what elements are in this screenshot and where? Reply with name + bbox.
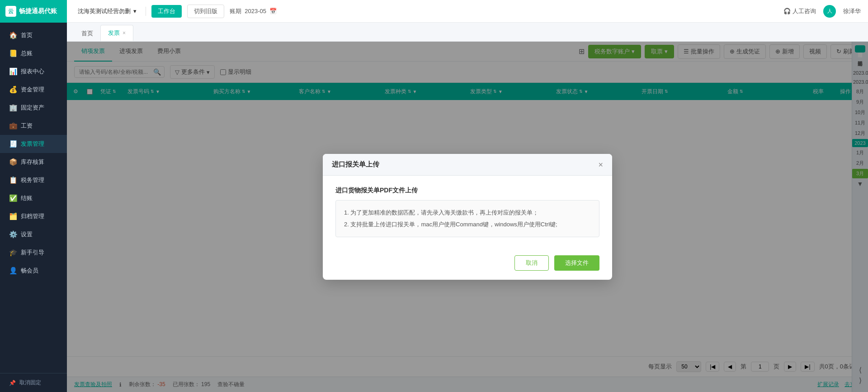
archive-icon: 🗂️ bbox=[9, 212, 16, 220]
salary-icon: 💼 bbox=[9, 122, 16, 130]
dialog-confirm-button[interactable]: 选择文件 bbox=[554, 255, 599, 271]
inventory-icon: 📦 bbox=[9, 158, 16, 166]
dialog-info-item-2: 2. 支持批量上传进口报关单，mac用户使用Command键，windows用户… bbox=[344, 219, 591, 230]
sidebar-item-salary[interactable]: 💼 工资 bbox=[0, 117, 67, 135]
pin-icon: 📌 bbox=[9, 380, 16, 386]
tab-invoice[interactable]: 发票 × bbox=[100, 25, 133, 41]
logo-icon: 云 bbox=[5, 6, 16, 17]
tabbar: 首页 发票 × bbox=[67, 23, 868, 42]
service-btn[interactable]: 🎧 人工咨询 bbox=[783, 7, 816, 15]
sidebar-item-guide[interactable]: 🎓 新手引导 bbox=[0, 244, 67, 262]
sidebar-item-label: 工资 bbox=[21, 122, 33, 130]
guide-icon: 🎓 bbox=[9, 249, 16, 257]
switch-version-button[interactable]: 切到旧版 bbox=[187, 5, 224, 18]
sidebar-item-settings[interactable]: ⚙️ 设置 bbox=[0, 225, 67, 244]
sidebar-item-assets[interactable]: 🏢 固定资产 bbox=[0, 99, 67, 117]
company-name: 沈海英测试经营勿删 bbox=[78, 7, 131, 15]
sidebar-item-settle[interactable]: ✅ 结账 bbox=[0, 189, 67, 207]
sidebar-item-label: 首页 bbox=[21, 31, 33, 39]
sidebar-item-label: 发票管理 bbox=[21, 140, 44, 148]
dialog-upload-title: 进口货物报关单PDF文件上传 bbox=[335, 186, 599, 195]
dialog-info-item-1: 1. 为了更加精准的数据匹配，请先录入海关缴款书，再上传对应的报关单； bbox=[344, 207, 591, 219]
topbar-right: 🎧 人工咨询 人 徐泽华 bbox=[783, 5, 861, 18]
sidebar-item-label: 畅会员 bbox=[21, 267, 38, 275]
sidebar-item-label: 固定资产 bbox=[21, 104, 44, 112]
sidebar-item-label: 归档管理 bbox=[21, 212, 44, 220]
settings-icon: ⚙️ bbox=[9, 230, 16, 239]
dialog-header: 进口报关单上传 × bbox=[323, 154, 612, 176]
sidebar-item-label: 结账 bbox=[21, 194, 33, 202]
dialog-body: 进口货物报关单PDF文件上传 1. 为了更加精准的数据匹配，请先录入海关缴款书，… bbox=[323, 176, 612, 248]
home-icon: 🏠 bbox=[9, 31, 16, 39]
sidebar-item-funds[interactable]: 💰 资金管理 bbox=[0, 81, 67, 99]
sidebar-item-member[interactable]: 👤 畅会员 bbox=[0, 262, 67, 280]
tab-close-icon[interactable]: × bbox=[123, 30, 126, 36]
sidebar-item-label: 总账 bbox=[21, 49, 33, 57]
service-label: 人工咨询 bbox=[793, 7, 816, 15]
sidebar-item-label: 新手引导 bbox=[21, 249, 44, 257]
tab-invoice-label: 发票 bbox=[108, 29, 120, 37]
content-area: 销项发票 进项发票 费用小票 ⊞ 税务数字账户 ▾ 取票 ▾ bbox=[67, 42, 868, 392]
sidebar-item-tax[interactable]: 📋 税务管理 bbox=[0, 171, 67, 189]
funds-icon: 💰 bbox=[9, 86, 16, 94]
sidebar: 云 畅捷通易代账 🏠 首页 📒 总账 📊 报表中心 💰 资金管理 🏢 固定资产 … bbox=[0, 0, 67, 392]
dialog-cancel-button[interactable]: 取消 bbox=[514, 255, 549, 271]
sidebar-nav: 🏠 首页 📒 总账 📊 报表中心 💰 资金管理 🏢 固定资产 💼 工资 🧾 发票… bbox=[0, 23, 67, 373]
app-name: 畅捷通易代账 bbox=[19, 7, 57, 15]
sidebar-item-label: 设置 bbox=[21, 230, 33, 239]
sidebar-item-label: 税务管理 bbox=[21, 176, 44, 184]
ledger-icon: 📒 bbox=[9, 49, 16, 57]
company-selector[interactable]: 沈海英测试经营勿删 ▾ bbox=[74, 5, 140, 17]
member-icon: 👤 bbox=[9, 267, 16, 275]
dialog-title: 进口报关单上传 bbox=[332, 160, 379, 169]
dialog-overlay: 进口报关单上传 × 进口货物报关单PDF文件上传 1. 为了更加精准的数据匹配，… bbox=[67, 42, 868, 392]
tax-icon: 📋 bbox=[9, 176, 16, 184]
chevron-down-icon: ▾ bbox=[133, 8, 137, 14]
main-area: 沈海英测试经营勿删 ▾ 工作台 切到旧版 账期 2023-05 📅 🎧 人工咨询… bbox=[67, 0, 868, 392]
sidebar-item-ledger[interactable]: 📒 总账 bbox=[0, 44, 67, 62]
sidebar-item-archive[interactable]: 🗂️ 归档管理 bbox=[0, 207, 67, 225]
sidebar-footer-unpin[interactable]: 📌 取消固定 bbox=[0, 373, 67, 392]
period-label: 账期 2023-05 📅 bbox=[230, 7, 277, 15]
app-logo: 云 畅捷通易代账 bbox=[0, 0, 67, 23]
workspace-button[interactable]: 工作台 bbox=[151, 5, 182, 18]
invoice-icon: 🧾 bbox=[9, 140, 16, 148]
import-customs-dialog: 进口报关单上传 × 进口货物报关单PDF文件上传 1. 为了更加精准的数据匹配，… bbox=[323, 154, 612, 280]
reports-icon: 📊 bbox=[9, 67, 16, 76]
sidebar-item-label: 报表中心 bbox=[21, 67, 44, 76]
assets-icon: 🏢 bbox=[9, 104, 16, 112]
tab-home-label: 首页 bbox=[81, 29, 93, 38]
topbar: 沈海英测试经营勿删 ▾ 工作台 切到旧版 账期 2023-05 📅 🎧 人工咨询… bbox=[67, 0, 868, 23]
dialog-footer: 取消 选择文件 bbox=[323, 248, 612, 280]
calendar-icon[interactable]: 📅 bbox=[269, 8, 277, 14]
dialog-info-box: 1. 为了更加精准的数据匹配，请先录入海关缴款书，再上传对应的报关单； 2. 支… bbox=[335, 200, 599, 237]
topbar-divider bbox=[146, 7, 146, 16]
sidebar-item-inventory[interactable]: 📦 库存核算 bbox=[0, 153, 67, 171]
tab-home[interactable]: 首页 bbox=[74, 26, 100, 41]
headset-icon: 🎧 bbox=[783, 8, 791, 14]
settle-icon: ✅ bbox=[9, 194, 16, 202]
sidebar-item-invoice[interactable]: 🧾 发票管理 bbox=[0, 135, 67, 153]
dialog-close-button[interactable]: × bbox=[598, 161, 603, 169]
unpin-label: 取消固定 bbox=[19, 379, 41, 387]
user-avatar: 人 bbox=[823, 5, 836, 18]
sidebar-item-label: 资金管理 bbox=[21, 86, 44, 94]
sidebar-item-reports[interactable]: 📊 报表中心 bbox=[0, 62, 67, 81]
user-name: 徐泽华 bbox=[843, 7, 861, 15]
sidebar-item-label: 库存核算 bbox=[21, 158, 44, 166]
sidebar-item-home[interactable]: 🏠 首页 bbox=[0, 26, 67, 44]
